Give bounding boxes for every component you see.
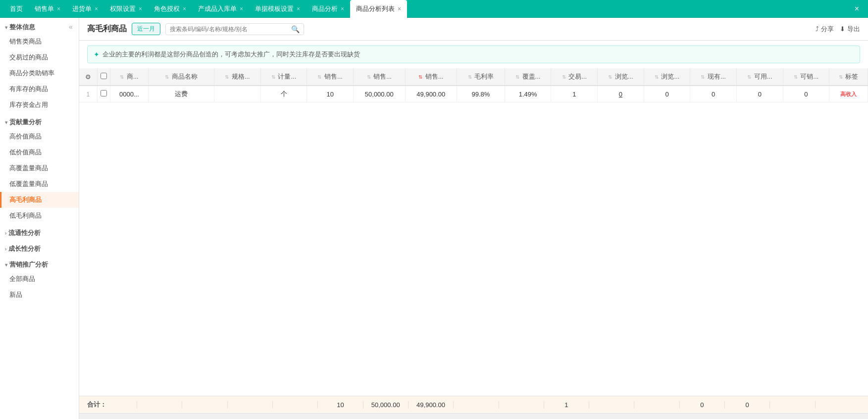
sort-coverage-icon: ⇅ — [515, 74, 519, 80]
cell-checkbox[interactable] — [97, 86, 110, 102]
sort-sales-profit-icon: ⇅ — [418, 74, 422, 80]
sort-name-icon: ⇅ — [165, 74, 169, 80]
tab-product-analysis[interactable]: 商品分析 × — [306, 0, 350, 18]
search-box[interactable]: 🔍 — [165, 23, 304, 35]
close-purchase-tab[interactable]: × — [95, 5, 98, 12]
footer-cell-empty5 — [453, 401, 498, 409]
sidebar-collapse-button[interactable]: « — [66, 22, 76, 32]
tab-product-inbound[interactable]: 产成品入库单 × — [192, 0, 249, 18]
header-right-buttons: ⤴ 分享 ⬇ 导出 — [816, 25, 860, 34]
footer-cell-empty6 — [499, 401, 544, 409]
tab-purchase[interactable]: 进货单 × — [66, 0, 104, 18]
sort-browse1-icon: ⇅ — [608, 74, 612, 80]
expand-marketing-icon: ▾ — [5, 262, 7, 268]
close-template-tab[interactable]: × — [297, 5, 300, 12]
sidebar-item-all-goods[interactable]: 全部商品 — [0, 271, 79, 287]
sidebar-item-new-goods[interactable]: 新品 — [0, 287, 79, 303]
sort-available-icon: ⇅ — [747, 74, 751, 80]
select-all-checkbox[interactable] — [101, 73, 107, 79]
sidebar-group-contribution[interactable]: ▾ 贡献量分析 — [0, 113, 79, 129]
cell-name: 运费 — [149, 86, 214, 102]
col-current-stock[interactable]: ⇅ 现有... — [690, 68, 737, 86]
search-input[interactable] — [170, 26, 291, 33]
cell-browse1[interactable]: 0 — [598, 86, 644, 102]
footer-cell-empty7 — [589, 401, 634, 409]
footer-cell-empty1 — [137, 401, 182, 409]
col-gross-margin[interactable]: ⇅ 毛利率 — [457, 68, 505, 86]
export-icon: ⬇ — [840, 25, 845, 33]
settings-icon[interactable]: ⚙ — [85, 73, 91, 81]
cell-sales-amount: 50,000.00 — [353, 86, 405, 102]
sidebar-group-liquidity[interactable]: › 流通性分析 — [0, 224, 79, 239]
close-permission-tab[interactable]: × — [139, 5, 142, 12]
col-sales-qty[interactable]: ⇅ 销售... — [307, 68, 354, 86]
col-code[interactable]: ⇅ 商... — [110, 68, 149, 86]
expand-contribution-icon: ▾ — [5, 120, 7, 125]
sidebar-item-high-coverage[interactable]: 高覆盖量商品 — [0, 160, 79, 176]
footer-cell-empty9 — [769, 401, 815, 409]
col-browse1[interactable]: ⇅ 浏览... — [598, 68, 644, 86]
col-spec[interactable]: ⇅ 规格... — [214, 68, 261, 86]
row-checkbox[interactable] — [101, 90, 107, 96]
close-product-analysis-tab[interactable]: × — [341, 5, 344, 12]
cell-transaction: 1 — [551, 86, 598, 102]
sort-sales-amount-icon: ⇅ — [367, 74, 371, 80]
search-icon[interactable]: 🔍 — [291, 25, 300, 33]
col-browse2[interactable]: ⇅ 浏览... — [644, 68, 690, 86]
footer-cell-empty2 — [182, 401, 227, 409]
cell-current-stock: 0 — [690, 86, 737, 102]
tab-home[interactable]: 首页 — [4, 0, 29, 18]
content-area: 高毛利商品 近一月 🔍 ⤴ 分享 ⬇ 导出 ✦ 企业的主要的利润都是这部分商品创… — [79, 18, 868, 419]
close-role-tab[interactable]: × — [183, 5, 186, 12]
col-coverage[interactable]: ⇅ 覆盖... — [505, 68, 551, 86]
bottom-scrollbar[interactable] — [79, 413, 868, 419]
footer-cell-sales-amount: 50,000.00 — [363, 401, 408, 409]
tab-permission[interactable]: 权限设置 × — [104, 0, 148, 18]
sidebar-item-category-rate[interactable]: 商品分类助销率 — [0, 65, 79, 81]
cell-sales-profit: 49,900.00 — [405, 86, 457, 102]
sidebar-item-stock-goods[interactable]: 有库存的商品 — [0, 81, 79, 97]
col-available[interactable]: ⇅ 可用... — [736, 68, 783, 86]
filter-recent-month-button[interactable]: 近一月 — [132, 23, 160, 35]
sidebar-item-low-value[interactable]: 低价值商品 — [0, 144, 79, 160]
sidebar-item-traded-goods[interactable]: 交易过的商品 — [0, 49, 79, 65]
sidebar-item-sales-goods[interactable]: 销售类商品 — [0, 34, 79, 49]
tab-role[interactable]: 角色授权 × — [148, 0, 192, 18]
col-sellable[interactable]: ⇅ 可销... — [783, 68, 829, 86]
close-product-analysis-list-tab[interactable]: × — [398, 5, 401, 12]
tab-template[interactable]: 单据模板设置 × — [249, 0, 306, 18]
sidebar-item-low-coverage[interactable]: 低覆盖量商品 — [0, 176, 79, 192]
close-sales-tab[interactable]: × — [57, 5, 60, 12]
col-name[interactable]: ⇅ 商品名称 — [149, 68, 214, 86]
col-tag[interactable]: ⇅ 标签 — [829, 68, 868, 86]
cell-coverage: 1.49% — [505, 86, 551, 102]
footer-cell-empty4 — [272, 401, 317, 409]
col-checkbox[interactable] — [97, 68, 110, 86]
tab-product-analysis-list[interactable]: 商品分析列表 × — [350, 0, 407, 18]
footer-label: 合计： — [87, 400, 137, 409]
table-container[interactable]: ⚙ ⇅ 商... ⇅ 商品名称 — [79, 68, 868, 396]
sidebar-item-high-value[interactable]: 高价值商品 — [0, 129, 79, 144]
export-button[interactable]: ⬇ 导出 — [840, 25, 860, 34]
col-settings[interactable]: ⚙ — [79, 68, 97, 86]
col-sales-amount[interactable]: ⇅ 销售... — [353, 68, 405, 86]
data-table: ⚙ ⇅ 商... ⇅ 商品名称 — [79, 68, 868, 102]
sidebar-item-stock-capital[interactable]: 库存资金占用 — [0, 97, 79, 113]
col-sales-profit[interactable]: ⇅ 销售... — [405, 68, 457, 86]
col-transaction[interactable]: ⇅ 交易... — [551, 68, 598, 86]
share-button[interactable]: ⤴ 分享 — [816, 25, 834, 34]
footer-cell-sales-qty: 10 — [317, 401, 362, 409]
footer-cell-sales-profit: 49,900.00 — [408, 401, 453, 409]
sidebar-group-marketing[interactable]: ▾ 营销推广分析 — [0, 255, 79, 271]
close-all-tabs-button[interactable]: × — [850, 4, 864, 13]
cell-browse2: 0 — [644, 86, 690, 102]
sidebar-group-growth[interactable]: › 成长性分析 — [0, 239, 79, 255]
tab-sales[interactable]: 销售单 × — [29, 0, 66, 18]
sidebar-item-high-margin[interactable]: 高毛利商品 — [0, 192, 79, 208]
col-unit[interactable]: ⇅ 计量... — [260, 68, 307, 86]
sort-unit-icon: ⇅ — [271, 74, 275, 80]
cell-tag: 高收入 — [829, 86, 868, 102]
footer-cell-empty3 — [227, 401, 272, 409]
close-product-inbound-tab[interactable]: × — [240, 5, 243, 12]
sidebar-item-low-margin[interactable]: 低毛利商品 — [0, 208, 79, 224]
